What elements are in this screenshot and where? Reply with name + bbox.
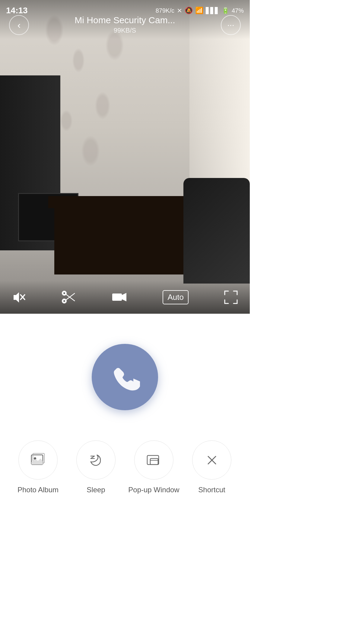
bluetooth-icon: ⨯ — [177, 7, 182, 14]
popup-window-label: Pop-up Window — [128, 486, 179, 494]
sleep-action[interactable]: Sleep — [70, 440, 122, 494]
main-content: Photo Album Sleep — [0, 314, 250, 573]
battery-icon: 🔋 — [222, 7, 229, 14]
svg-rect-17 — [150, 458, 158, 465]
call-button[interactable] — [92, 344, 158, 410]
fullscreen-icon — [224, 290, 238, 304]
status-time: 14:13 — [6, 6, 28, 15]
svg-point-4 — [63, 292, 65, 294]
camera-view: 14:13 879K/c ⨯ 🔕 📶 ▋▋▋ 🔋 47% ‹ Mi Home S… — [0, 0, 250, 314]
action-bar: Photo Album Sleep — [0, 434, 250, 512]
mute-status-icon: 🔕 — [185, 7, 193, 14]
popup-window-action[interactable]: Pop-up Window — [128, 440, 180, 494]
camera-overlay-bar: Auto — [0, 281, 250, 314]
network-speed-label: 879K/c — [156, 7, 174, 14]
sleep-icon — [88, 452, 104, 468]
sleep-circle — [76, 440, 116, 480]
svg-marker-9 — [122, 293, 126, 301]
ellipsis-icon: ··· — [227, 20, 234, 30]
svg-rect-8 — [112, 293, 122, 301]
battery-percent: 47% — [232, 7, 244, 14]
photo-album-icon — [30, 452, 46, 468]
status-bar: 14:13 879K/c ⨯ 🔕 📶 ▋▋▋ 🔋 47% — [0, 0, 250, 18]
status-icons: 879K/c ⨯ 🔕 📶 ▋▋▋ 🔋 47% — [156, 7, 244, 14]
photo-album-action[interactable]: Photo Album — [12, 440, 64, 494]
shortcut-circle — [192, 440, 231, 480]
wifi-icon: 📶 — [195, 7, 203, 14]
camera-speed: 99KB/S — [35, 27, 215, 34]
mute-button[interactable] — [12, 291, 26, 303]
fullscreen-button[interactable] — [224, 290, 238, 304]
shortcut-icon — [204, 452, 220, 468]
svg-line-7 — [66, 293, 75, 300]
svg-point-5 — [63, 300, 65, 302]
scissors-icon — [61, 290, 76, 304]
shortcut-action[interactable]: Shortcut — [186, 440, 238, 494]
popup-circle — [134, 440, 173, 480]
bottom-filler — [0, 512, 250, 573]
back-arrow-icon: ‹ — [17, 20, 21, 31]
shortcut-label: Shortcut — [198, 486, 225, 494]
chair — [183, 178, 250, 284]
svg-line-6 — [66, 294, 75, 301]
video-camera-icon — [112, 291, 127, 303]
sleep-label: Sleep — [87, 486, 105, 494]
photo-album-circle — [18, 440, 58, 480]
record-button[interactable] — [112, 291, 127, 303]
signal-bars-icon: ▋▋▋ — [206, 7, 219, 14]
auto-quality-label: Auto — [163, 290, 189, 304]
screenshot-button[interactable] — [61, 290, 76, 304]
call-section — [92, 314, 158, 434]
tv-area — [0, 75, 60, 250]
photo-album-label: Photo Album — [17, 486, 59, 494]
popup-icon — [146, 452, 162, 468]
quality-button[interactable]: Auto — [163, 290, 189, 304]
mute-speaker-icon — [12, 291, 26, 303]
phone-icon — [110, 362, 140, 392]
